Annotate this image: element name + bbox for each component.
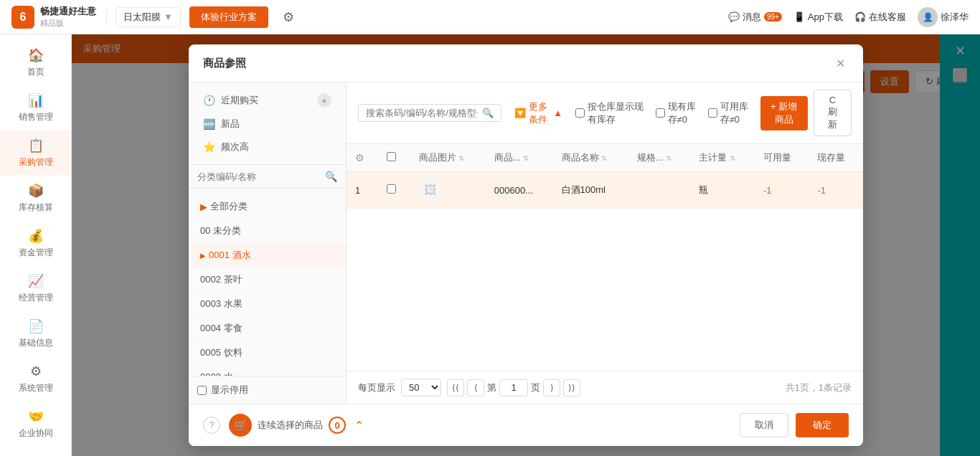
- add-product-button[interactable]: + 新增商品: [760, 96, 808, 130]
- sort-name-icon: ⇅: [601, 154, 607, 162]
- sidebar-item-purchase[interactable]: 📋 采购管理: [0, 130, 71, 176]
- category-liquor[interactable]: ▶ 0001 酒水: [189, 243, 346, 267]
- trial-button[interactable]: 体验行业方案: [189, 6, 268, 28]
- category-tea[interactable]: 0002 茶叶: [189, 267, 346, 292]
- quick-filter-recent[interactable]: 🕐 近期购买 «: [197, 88, 337, 113]
- recent-label: 近期购买: [221, 94, 258, 107]
- messages-label: 消息: [743, 11, 761, 24]
- row-image: 🖼: [410, 172, 486, 209]
- online-service-item[interactable]: 🎧 在线客服: [854, 11, 906, 24]
- sidebar-item-sales[interactable]: 📊 销售管理: [0, 85, 71, 130]
- settings-col-icon[interactable]: ⚙: [355, 152, 364, 163]
- col-available[interactable]: 可用量: [755, 144, 809, 172]
- col-spec-label: 规格...: [637, 152, 664, 163]
- product-reference-modal: 商品参照 ✕ 🕐 近期购买 «: [189, 44, 863, 446]
- row-checkbox[interactable]: [378, 172, 410, 209]
- phone-icon: 📱: [793, 11, 805, 22]
- row-select-checkbox[interactable]: [387, 184, 396, 194]
- modal-close-button[interactable]: ✕: [831, 54, 849, 72]
- confirm-button[interactable]: 确定: [796, 413, 849, 437]
- col-code[interactable]: 商品... ⇅: [486, 144, 553, 172]
- last-page-btn[interactable]: ⟩⟩: [563, 379, 580, 396]
- top-nav: 6 畅捷通好生意 精品版 日太阳膜 ▼ 体验行业方案 ⚙ 💬 消息 99+ 📱 …: [0, 0, 980, 34]
- prev-page-btn[interactable]: ⟨: [467, 379, 484, 396]
- operations-icon: 📈: [28, 273, 44, 289]
- collapse-footer-icon[interactable]: ⌃: [354, 419, 364, 432]
- settings-icon[interactable]: ⚙: [283, 9, 294, 25]
- category-snack[interactable]: 0004 零食: [189, 316, 346, 341]
- sidebar-item-guide[interactable]: 📖 新手引导: [0, 447, 71, 456]
- messages-item[interactable]: 💬 消息 99+: [728, 11, 782, 24]
- sidebar-item-inventory-label: 库存核算: [19, 201, 53, 214]
- user-item[interactable]: 👤 徐泽华: [918, 7, 969, 27]
- first-page-btn[interactable]: ⟨⟨: [447, 379, 464, 396]
- modal-title: 商品参照: [203, 57, 246, 70]
- category-uncategorized[interactable]: 00 未分类: [189, 219, 346, 243]
- product-thumbnail: 🖼: [419, 179, 442, 201]
- stock-nonzero-filter-label[interactable]: 现有库存≠0: [656, 100, 701, 126]
- page-number-input[interactable]: [499, 379, 528, 396]
- product-search-box: 🔍: [358, 104, 501, 122]
- sidebar-item-basics-label: 基础信息: [19, 337, 53, 349]
- page-summary: 共1页，1条记录: [786, 381, 852, 394]
- col-unit[interactable]: 主计量 ⇅: [690, 144, 754, 172]
- category-beverage[interactable]: 0005 饮料: [189, 341, 346, 365]
- table-row[interactable]: 1 🖼 000600... 白酒100ml 瓶: [347, 172, 863, 209]
- category-search-icon[interactable]: 🔍: [325, 171, 337, 182]
- warehouse-filter-checkbox[interactable]: [575, 108, 585, 118]
- col-name[interactable]: 商品名称 ⇅: [553, 144, 628, 172]
- select-all-checkbox[interactable]: [387, 152, 396, 161]
- app-download-item[interactable]: 📱 App下载: [793, 11, 843, 24]
- content-area: 采购管理 查询 设置 ↻ 刷新 ✕ ⬜ 商品参照 ✕: [72, 34, 980, 456]
- show-disabled-checkbox[interactable]: [197, 386, 207, 395]
- sidebar-item-finance[interactable]: 💰 资金管理: [0, 221, 71, 266]
- sidebar-item-system-label: 系统管理: [19, 382, 53, 394]
- filter-icon: 🔽: [514, 108, 526, 118]
- cancel-button[interactable]: 取消: [740, 413, 788, 437]
- per-page-select[interactable]: 10 20 50 100: [401, 379, 441, 396]
- stock-nonzero-checkbox[interactable]: [656, 108, 665, 118]
- cart-count: 0: [329, 417, 346, 434]
- page-nav: ⟨⟨ ⟨ 第 页 ⟩ ⟩⟩: [447, 379, 580, 396]
- row-code: 000600...: [486, 172, 553, 209]
- cart-icon[interactable]: 🛒: [229, 414, 252, 437]
- sidebar-item-home[interactable]: 🏠 首页: [0, 40, 71, 85]
- product-search-icon[interactable]: 🔍: [482, 108, 494, 118]
- quick-filter-frequent[interactable]: ⭐ 频次高: [197, 136, 337, 158]
- category-snack-label: 0004 零食: [200, 322, 242, 335]
- category-fruit[interactable]: 0003 水果: [189, 292, 346, 316]
- product-search-input[interactable]: [366, 108, 478, 118]
- warehouse-filter-label[interactable]: 按仓库显示现有库存: [575, 100, 648, 126]
- collapse-btn[interactable]: «: [317, 93, 331, 108]
- available-nonzero-filter-label[interactable]: 可用库存≠0: [708, 100, 753, 126]
- refresh-button[interactable]: C 刷新: [814, 90, 852, 136]
- more-filters-button[interactable]: 🔽 更多条件 ▲: [509, 98, 568, 129]
- stock-nonzero-text: 现有库存≠0: [668, 100, 701, 126]
- sidebar-item-operations[interactable]: 📈 经营管理: [0, 266, 71, 311]
- quick-filter-new[interactable]: 🆕 新品: [197, 113, 337, 136]
- col-image: 商品图片 ⇅: [410, 144, 486, 172]
- sidebar-item-enterprise[interactable]: 🤝 企业协同: [0, 402, 71, 447]
- pagination-bar: 每页显示 10 20 50 100 ⟨⟨ ⟨ 第: [347, 371, 863, 404]
- available-nonzero-checkbox[interactable]: [708, 108, 717, 118]
- category-liquor-label: 0001 酒水: [209, 249, 251, 262]
- frequent-label: 频次高: [221, 141, 249, 153]
- col-code-label: 商品...: [494, 152, 521, 163]
- sidebar-item-inventory[interactable]: 📦 库存核算: [0, 176, 71, 221]
- category-water[interactable]: 0008 水: [189, 365, 346, 376]
- help-icon[interactable]: ?: [203, 417, 220, 434]
- quick-filters: 🕐 近期购买 « 🆕 新品 ⭐ 频次高: [189, 82, 346, 165]
- sidebar-item-system[interactable]: ⚙ 系统管理: [0, 356, 71, 402]
- col-spec[interactable]: 规格... ⇅: [628, 144, 691, 172]
- user-avatar: 👤: [918, 7, 938, 27]
- branch-selector[interactable]: 日太阳膜 ▼: [116, 7, 181, 27]
- row-name: 白酒100ml: [553, 172, 628, 209]
- col-stock[interactable]: 现存量: [809, 144, 863, 172]
- sidebar-item-basics[interactable]: 📄 基础信息: [0, 311, 71, 356]
- col-settings[interactable]: ⚙: [347, 144, 378, 172]
- next-page-btn[interactable]: ⟩: [543, 379, 560, 396]
- logo-sub: 精品版: [40, 18, 96, 29]
- category-all[interactable]: ▶ 全部分类: [189, 194, 346, 219]
- sidebar-item-enterprise-label: 企业协同: [19, 427, 53, 440]
- category-search-input[interactable]: [197, 171, 321, 182]
